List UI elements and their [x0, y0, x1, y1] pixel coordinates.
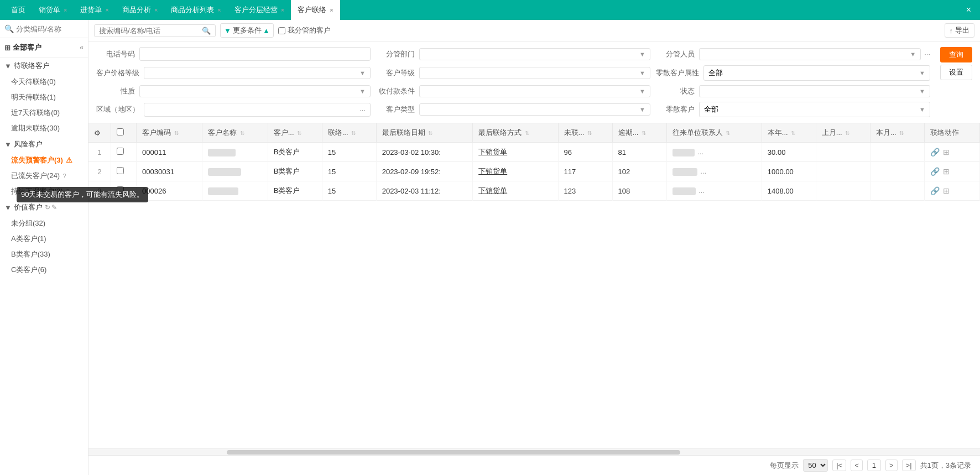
search-submit-icon[interactable]: 🔍	[202, 27, 211, 35]
price-grade-select[interactable]: ▼	[144, 67, 371, 79]
row-actions: 🔗 ⊞	[924, 143, 979, 162]
tab-customer-link[interactable]: 客户联络 ×	[291, 0, 340, 20]
row-last-month	[816, 143, 870, 162]
col-name[interactable]: 客户名称 ⇅	[202, 123, 268, 143]
col-last-date[interactable]: 最后联络日期 ⇅	[376, 123, 473, 143]
tab-analysis[interactable]: 商品分析 ×	[116, 0, 164, 20]
first-page-button[interactable]: |<	[832, 460, 846, 471]
row-this-year: 30.00	[762, 143, 816, 162]
close-customer-tier-tab[interactable]: ×	[281, 7, 284, 13]
query-button[interactable]: 查询	[940, 47, 972, 62]
col-settings[interactable]: ⚙	[88, 123, 111, 143]
refresh-icon[interactable]: ↻	[45, 203, 50, 211]
edit-icon[interactable]: ✎	[51, 203, 57, 211]
row-this-month	[870, 143, 924, 162]
sidebar-group-risk[interactable]: ▼ 风险客户	[0, 136, 88, 153]
more-filter-button[interactable]: ▼ 更多条件 ▲	[220, 23, 274, 38]
table-row: 1 000011 B类客户 15 2023-03-02 10:30: 下销货单 …	[88, 143, 980, 162]
col-last-month[interactable]: 上月... ⇅	[816, 123, 870, 143]
tab-analysis-list[interactable]: 商品分析列表 ×	[164, 0, 227, 20]
region-dots-icon[interactable]: ···	[359, 106, 366, 114]
close-purchase-tab[interactable]: ×	[105, 7, 108, 13]
sidebar-item-churned[interactable]: 已流失客户(24) ?	[0, 168, 88, 184]
per-page-select[interactable]: 50	[803, 459, 828, 472]
grid-action-icon[interactable]: ⊞	[943, 186, 950, 195]
scatter-customer-select[interactable]: 全部 ▼	[699, 102, 930, 117]
scatter-attr-select[interactable]: 全部 ▼	[703, 65, 930, 81]
my-customers-checkbox-label[interactable]: 我分管的客户	[278, 25, 331, 35]
col-this-year[interactable]: 本年... ⇅	[762, 123, 816, 143]
sort-icon-name: ⇅	[240, 130, 244, 136]
link-icon[interactable]: 🔗	[930, 167, 940, 176]
question-icon: ?	[62, 173, 66, 179]
phone-input[interactable]	[139, 47, 371, 61]
row-contact-num: 15	[322, 143, 376, 162]
settings-button[interactable]: 设置	[940, 65, 972, 80]
sidebar-item-class-b[interactable]: B类客户(33)	[0, 247, 88, 262]
filter-customer-grade: 客户等级 ▼	[376, 67, 650, 79]
my-customers-checkbox[interactable]	[278, 27, 285, 34]
sidebar-item-tomorrow[interactable]: 明天待联络(1)	[0, 90, 88, 105]
dept-select[interactable]: ▼	[419, 48, 650, 60]
sidebar-all-customers[interactable]: ⊞ 全部客户 «	[0, 38, 88, 58]
link-icon[interactable]: 🔗	[930, 148, 940, 156]
grid-action-icon[interactable]: ⊞	[943, 167, 950, 176]
sort-icon-tm: ⇅	[899, 130, 904, 136]
col-last-way[interactable]: 最后联络方式 ⇅	[473, 123, 558, 143]
status-select[interactable]: ▼	[699, 85, 930, 97]
row-checkbox[interactable]	[117, 148, 124, 155]
tab-customer-tier[interactable]: 客户分层经营 ×	[228, 0, 291, 20]
action-buttons: 查询 设置	[940, 47, 972, 117]
filter-payment: 收付款条件 ▼	[376, 85, 650, 97]
sidebar-item-7days[interactable]: 近7天待联络(0)	[0, 105, 88, 121]
grid-action-icon[interactable]: ⊞	[943, 148, 950, 156]
window-close-button[interactable]: ×	[962, 5, 976, 15]
payment-select[interactable]: ▼	[419, 85, 650, 97]
region-select[interactable]: ···	[144, 103, 371, 117]
sidebar-item-overdue[interactable]: 逾期未联络(30)	[0, 121, 88, 136]
col-contact-person[interactable]: 往来单位联系人 ⇅	[666, 123, 762, 143]
link-icon[interactable]: 🔗	[930, 186, 940, 195]
sidebar-item-churn-warning[interactable]: 流失预警客户(3) ⚠	[0, 153, 88, 168]
sidebar-item-class-a[interactable]: A类客户(1)	[0, 231, 88, 247]
sidebar-item-today[interactable]: 今天待联络(0)	[0, 74, 88, 90]
col-overdue[interactable]: 逾期... ⇅	[612, 123, 666, 143]
more-icon: ...	[700, 167, 706, 175]
nature-select[interactable]: ▼	[139, 85, 371, 97]
export-button[interactable]: ↑ 导出	[945, 23, 975, 38]
col-contact-num[interactable]: 联络... ⇅	[322, 123, 376, 143]
filter-status: 状态 ▼	[656, 85, 930, 97]
row-checkbox-cell	[111, 162, 137, 181]
last-page-button[interactable]: >|	[902, 460, 916, 471]
close-analysis-tab[interactable]: ×	[154, 7, 158, 13]
horizontal-scrollbar[interactable]	[88, 448, 980, 455]
dots-icon[interactable]: ···	[924, 50, 930, 58]
row-checkbox[interactable]	[117, 167, 124, 174]
select-all-checkbox[interactable]	[117, 128, 124, 135]
risk-tooltip: 90天未交易的客户，可能有流失风险。	[17, 187, 88, 202]
next-page-button[interactable]: >	[885, 460, 898, 471]
col-uncontacted[interactable]: 未联... ⇅	[558, 123, 612, 143]
table-row: 2 00030031 B类客户 15 2023-02-09 19:52: 下销货…	[88, 162, 980, 181]
scrollbar-thumb[interactable]	[227, 450, 680, 455]
prev-page-button[interactable]: <	[851, 460, 863, 471]
close-analysis-list-tab[interactable]: ×	[217, 7, 221, 13]
sidebar-search-input[interactable]	[16, 25, 84, 33]
col-type[interactable]: 客户... ⇅	[268, 123, 322, 143]
customer-type-select[interactable]: ▼	[419, 103, 650, 116]
tab-sales[interactable]: 销货单 ×	[32, 0, 74, 20]
toolbar: 🔍 ▼ 更多条件 ▲ 我分管的客户 ↑ 导出	[88, 20, 980, 41]
sidebar-group-pending[interactable]: ▼ 待联络客户	[0, 58, 88, 74]
tab-purchase[interactable]: 进货单 ×	[74, 0, 115, 20]
search-input[interactable]	[99, 27, 200, 35]
close-customer-link-tab[interactable]: ×	[330, 7, 333, 13]
sidebar-item-class-c[interactable]: C类客户(6)	[0, 262, 88, 278]
close-sales-tab[interactable]: ×	[64, 7, 67, 13]
manager-select[interactable]: ▼	[699, 48, 921, 60]
customer-grade-select[interactable]: ▼	[419, 67, 650, 79]
col-code[interactable]: 客户编码 ⇅	[137, 123, 202, 143]
col-this-month[interactable]: 本月... ⇅	[870, 123, 924, 143]
sidebar-item-ungrouped[interactable]: 未分组(32)	[0, 216, 88, 231]
tab-home[interactable]: 首页	[4, 0, 32, 20]
row-actions: 🔗 ⊞	[924, 162, 979, 181]
